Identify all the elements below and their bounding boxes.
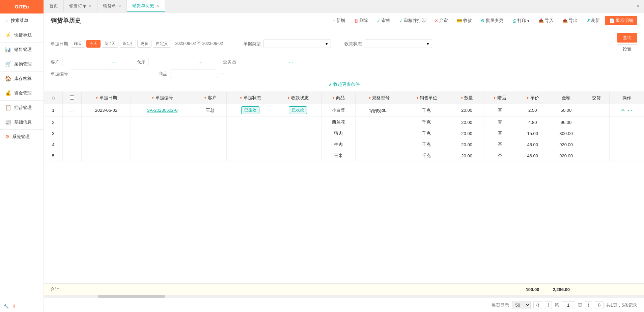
next-page-button[interactable]: ⟩: [585, 301, 592, 309]
warehouse-input[interactable]: [148, 58, 195, 66]
content-area: 销货单历史 + 新增 🗑 删除 ✓ 审核 ✓ 审核并打印: [44, 12, 644, 312]
tab-home[interactable]: 首页: [44, 0, 64, 12]
sidebar-bottom[interactable]: 🔧 ⏸: [0, 300, 44, 312]
cell-spec-2: [355, 128, 403, 139]
show-detail-button[interactable]: 📄 显示明细: [605, 16, 637, 25]
sidebar-item-sys-mgmt[interactable]: ⚙ 系统管理: [0, 130, 44, 144]
sort-icon-date: ⬆: [95, 96, 98, 100]
audit-print-button[interactable]: ✓ 审核并打印: [396, 16, 429, 25]
query-button[interactable]: 查询: [617, 33, 637, 43]
table-wrapper: ⚙ ⬆ 单据日期 ⬆ 单据编号 ⬆ 客户 ⬆ 单据状态 ⬆ 收款状态 ⬆ 商品 …: [44, 92, 644, 283]
setting-button[interactable]: 设置: [617, 44, 637, 54]
table-row: 3 猪肉 千克 20.00 否 15.00 300.00: [44, 128, 644, 139]
scrollbar-thumb[interactable]: [98, 295, 165, 298]
close-all-button[interactable]: ✕: [632, 1, 644, 11]
salesman-dots[interactable]: ···: [289, 59, 293, 65]
export-button[interactable]: 📤 导出: [559, 16, 581, 25]
last-page-button[interactable]: ⟩⟩: [595, 301, 604, 309]
sidebar-item-purchase-mgmt[interactable]: 🛒 采购管理: [0, 57, 44, 72]
horizontal-scrollbar[interactable]: [44, 295, 644, 298]
print-button[interactable]: 🖨 打印 ▾: [509, 16, 533, 25]
export-label: 导出: [569, 18, 578, 24]
abandon-button[interactable]: ✕ 弃审: [431, 16, 451, 25]
collapse-button[interactable]: ∧ 收起更多条件: [51, 81, 637, 87]
doc-type-select[interactable]: ▾: [263, 40, 331, 48]
page-number-input[interactable]: [562, 301, 575, 309]
customer-input[interactable]: [62, 58, 109, 66]
cell-gift-2: 否: [483, 128, 516, 139]
import-button[interactable]: 📥 导入: [535, 16, 557, 25]
warehouse-dots[interactable]: ···: [198, 59, 202, 65]
date-btn-today[interactable]: 今天: [86, 40, 101, 48]
collect-button[interactable]: 💳 收款: [453, 16, 475, 25]
tab-sales-history[interactable]: 销货单历史 ✕: [127, 0, 165, 12]
sidebar: OfTEn ≡ 搜索菜单 ⚡ 快捷导航 📊 销售管理 🛒 采购管理 🏠 库存核算…: [0, 0, 44, 312]
date-btn-more[interactable]: 更多: [137, 40, 151, 48]
goods-input[interactable]: [170, 70, 217, 78]
print-icon: 🖨: [512, 18, 516, 23]
page-suffix: 页: [578, 302, 582, 308]
more-action[interactable]: ⋯: [626, 108, 634, 113]
col-settings[interactable]: ⚙: [44, 92, 63, 104]
sidebar-item-finance[interactable]: 💰 资金管理: [0, 86, 44, 101]
tab-sales-history-label: 销货单历史: [132, 3, 154, 9]
prev-page-button[interactable]: ⟨: [545, 301, 552, 309]
cell-action-1: [610, 117, 644, 128]
sort-icon-collect: ⬆: [287, 96, 290, 100]
tab-sales-goods[interactable]: 销货单 ✕: [97, 0, 127, 12]
settings-gear-icon[interactable]: ⚙: [51, 96, 55, 101]
cell-seq-2: 3: [44, 128, 63, 139]
doc-no-link[interactable]: SA-20230602-0: [147, 108, 177, 113]
delete-button[interactable]: 🗑 删除: [351, 16, 371, 25]
cell-goods-3: 牛肉: [321, 139, 355, 150]
quick-nav-icon: ⚡: [5, 32, 11, 38]
date-btn-custom[interactable]: 自定义: [153, 40, 171, 48]
sidebar-bottom-icon2: ⏸: [11, 304, 16, 309]
date-btn-1month[interactable]: 近1月: [120, 40, 136, 48]
batch-change-button[interactable]: ⚙ 批量变更: [477, 16, 507, 25]
date-btn-yesterday[interactable]: 昨天: [71, 40, 85, 48]
sidebar-item-sales-mgmt[interactable]: 📊 销售管理: [0, 43, 44, 57]
col-gift: ⬆ 赠品: [483, 92, 516, 104]
col-deal: 交货: [583, 92, 610, 104]
sidebar-label-inventory: 库存核算: [14, 76, 32, 82]
refresh-button[interactable]: ↺ 刷新: [583, 16, 603, 25]
sidebar-item-inventory[interactable]: 🏠 库存核算: [0, 72, 44, 86]
row-checkbox[interactable]: [70, 108, 74, 112]
audit-button[interactable]: ✓ 审核: [373, 16, 394, 25]
select-all-checkbox[interactable]: [70, 95, 74, 100]
tab-sales-goods-close[interactable]: ✕: [118, 4, 121, 8]
page-size-select[interactable]: 50 10 20 100: [512, 301, 531, 309]
sidebar-item-basic-info[interactable]: 📰 基础信息: [0, 115, 44, 130]
sidebar-item-search-menu[interactable]: ≡ 搜索菜单: [0, 14, 44, 28]
salesman-input[interactable]: [239, 58, 286, 66]
doc-type-label: 单据类型: [243, 41, 261, 47]
cell-docstatus-2: [227, 128, 274, 139]
cell-goods-4: 玉米: [321, 150, 355, 161]
customer-dots[interactable]: ···: [112, 59, 116, 65]
collect-status-select[interactable]: ▾: [365, 40, 432, 48]
date-btn-7days[interactable]: 近7天: [102, 40, 118, 48]
goods-dots[interactable]: ···: [220, 71, 224, 77]
inventory-icon: 🏠: [5, 76, 11, 82]
cell-spec-1: [355, 117, 403, 128]
sidebar-item-ops[interactable]: 📋 经营管理: [0, 101, 44, 115]
cell-docstatus-3: [227, 139, 274, 150]
tab-sales-order-close[interactable]: ✕: [89, 4, 92, 8]
sort-icon-qty: ⬆: [460, 96, 463, 100]
cell-price-4: 46.00: [516, 150, 549, 161]
cell-spec-4: [355, 150, 403, 161]
doc-no-input[interactable]: [71, 70, 138, 78]
new-button[interactable]: + 新增: [329, 16, 348, 25]
page-header: 销货单历史 + 新增 🗑 删除 ✓ 审核 ✓ 审核并打印: [44, 12, 644, 29]
first-page-button[interactable]: ⟨⟨: [533, 301, 542, 309]
edit-action[interactable]: ✏: [620, 108, 626, 113]
tab-sales-history-close[interactable]: ✕: [156, 4, 159, 8]
tab-bar: 首页 销售订单 ✕ 销货单 ✕ 销货单历史 ✕ ✕: [44, 0, 644, 12]
cell-seq-0: 1: [44, 104, 63, 117]
col-spec: ⬆ 规格型号: [355, 92, 403, 104]
tab-sales-order[interactable]: 销售订单 ✕: [64, 0, 97, 12]
sidebar-item-quick-nav[interactable]: ⚡ 快捷导航: [0, 28, 44, 43]
cell-amount-1: 96.00: [549, 117, 583, 128]
cell-gift-4: 否: [483, 150, 516, 161]
